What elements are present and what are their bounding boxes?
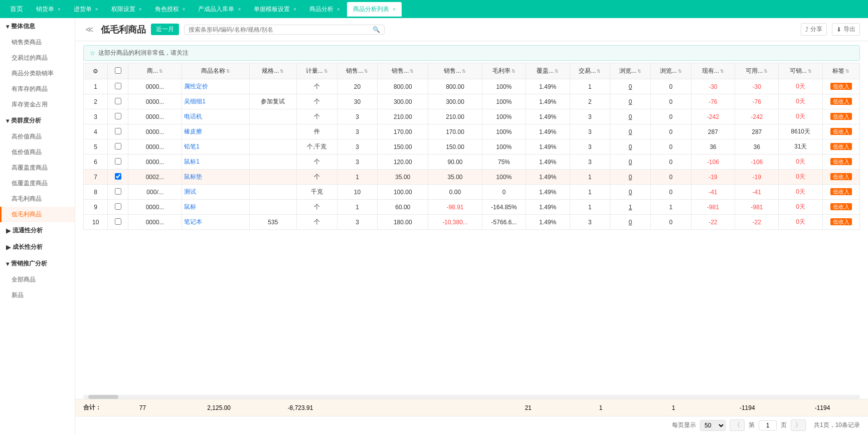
views1-link-7[interactable]: 0 [629,189,632,196]
col-sellable[interactable]: 可销...⇅ [779,63,822,79]
date-filter-button[interactable]: 近一月 [151,24,179,35]
nav-purchase-order[interactable]: 进货单 × [68,2,104,17]
sidebar-item-category-rate[interactable]: 商品分类助销率 [0,66,75,81]
nav-product-analysis-list[interactable]: 商品分析列表 × [347,2,402,17]
row-check-6[interactable] [115,173,121,180]
row-checkbox-7[interactable] [108,185,128,200]
nav-product-entry[interactable]: 产成品入库单 × [192,2,247,17]
row-views1-4[interactable]: 0 [610,139,651,155]
horizontal-scrollbar[interactable] [83,395,860,399]
nav-product-analysis[interactable]: 商品分析 × [303,2,346,17]
nav-close-template-settings[interactable]: × [293,7,296,12]
sidebar-group-flow[interactable]: ▶ 流通性分析 [0,222,75,239]
nav-close-product-entry[interactable]: × [238,7,241,12]
sidebar-item-low-margin[interactable]: 低毛利商品 [0,207,75,222]
export-button[interactable]: ⬇ 导出 [832,23,860,36]
select-all-checkbox[interactable] [115,67,121,74]
row-check-5[interactable] [115,158,121,165]
nav-home[interactable]: 首页 [4,2,29,17]
col-spec[interactable]: 规格...⇅ [249,63,296,79]
nav-template-settings[interactable]: 单据模板设置 × [248,2,302,17]
nav-close-product-analysis[interactable]: × [337,7,340,12]
sidebar-item-capital[interactable]: 库存资金占用 [0,97,75,112]
col-code[interactable]: 商...⇅ [128,63,182,79]
col-coverage[interactable]: 覆盖...⇅ [526,63,570,79]
row-name-5[interactable]: 鼠标1 [182,155,249,170]
row-check-8[interactable] [115,203,121,210]
row-views1-8[interactable]: 1 [610,200,651,215]
row-views1-2[interactable]: 0 [610,109,651,124]
page-number-input[interactable] [759,420,777,430]
row-check-9[interactable] [115,218,121,225]
views1-link-3[interactable]: 0 [629,128,632,135]
row-name-4[interactable]: 铅笔1 [182,139,249,155]
col-views1[interactable]: 浏览...⇅ [610,63,651,79]
row-check-0[interactable] [115,83,121,89]
sidebar-group-marketing[interactable]: ▾ 营销推广分析 [0,255,75,272]
col-available[interactable]: 可用...⇅ [735,63,779,79]
views1-link-5[interactable]: 0 [629,159,632,166]
sidebar-item-all-goods[interactable]: 全部商品 [0,272,75,287]
nav-close-product-analysis-list[interactable]: × [393,7,396,12]
page-size-select[interactable]: 50 100 200 [700,420,726,431]
views1-link-1[interactable]: 0 [629,98,632,105]
search-input[interactable] [189,26,373,33]
row-checkbox-8[interactable] [108,200,128,215]
col-sales-profit[interactable]: 销售...⇅ [428,63,482,79]
row-name-1[interactable]: 吴细细1 [182,94,249,109]
sidebar-item-low-value[interactable]: 低价值商品 [0,144,75,160]
row-check-3[interactable] [115,128,121,134]
row-checkbox-4[interactable] [108,139,128,155]
row-views1-7[interactable]: 0 [610,185,651,200]
row-checkbox-9[interactable] [108,215,128,230]
prev-page-button[interactable]: 〈 [730,419,745,431]
nav-permissions[interactable]: 权限设置 × [105,2,148,17]
row-views1-0[interactable]: 0 [610,79,651,94]
sidebar-item-high-value[interactable]: 高价值商品 [0,129,75,144]
col-name[interactable]: 商品名称⇅ [182,63,249,79]
views1-link-2[interactable]: 0 [629,113,632,120]
views1-link-8[interactable]: 1 [629,204,632,211]
nav-close-role-auth[interactable]: × [183,7,186,12]
col-checkbox[interactable] [108,63,128,79]
row-checkbox-0[interactable] [108,79,128,94]
row-views1-9[interactable]: 0 [610,215,651,230]
row-name-7[interactable]: 测试 [182,185,249,200]
next-page-button[interactable]: 〉 [791,419,806,431]
sidebar-item-in-stock[interactable]: 有库存的商品 [0,81,75,97]
scrollbar-thumb[interactable] [88,395,118,399]
row-checkbox-1[interactable] [108,94,128,109]
row-name-6[interactable]: 鼠标垫 [182,170,249,185]
col-unit[interactable]: 计量...⇅ [296,63,337,79]
row-check-7[interactable] [115,188,121,195]
col-views2[interactable]: 浏览...⇅ [650,63,691,79]
row-name-2[interactable]: 电话机 [182,109,249,124]
row-views1-5[interactable]: 0 [610,155,651,170]
row-views1-3[interactable]: 0 [610,124,651,139]
nav-close-sales-order[interactable]: × [58,7,61,12]
views1-link-9[interactable]: 0 [629,219,632,226]
search-icon[interactable]: 🔍 [373,26,380,33]
data-table-container[interactable]: ⚙ 商...⇅ 商品名称⇅ 规格...⇅ 计量...⇅ [75,63,868,395]
col-sales-price[interactable]: 销售...⇅ [378,63,428,79]
share-button[interactable]: ⤴ 分享 [801,23,827,36]
col-sales-qty[interactable]: 销售...⇅ [337,63,378,79]
nav-sales-order[interactable]: 销货单 × [30,2,67,17]
col-settings[interactable]: ⚙ [84,63,108,79]
sidebar-group-cluster[interactable]: ▾ 类群度分析 [0,112,75,129]
row-check-1[interactable] [115,98,121,104]
sidebar-item-low-coverage[interactable]: 低覆盖度商品 [0,176,75,191]
nav-close-purchase-order[interactable]: × [95,7,98,12]
sidebar-item-new-goods[interactable]: 新品 [0,287,75,303]
col-current-stock[interactable]: 现有...⇅ [691,63,735,79]
views1-link-6[interactable]: 0 [629,174,632,181]
row-checkbox-6[interactable] [108,170,128,185]
row-checkbox-2[interactable] [108,109,128,124]
row-checkbox-3[interactable] [108,124,128,139]
col-transactions[interactable]: 交易...⇅ [570,63,610,79]
nav-close-permissions[interactable]: × [139,7,142,12]
col-tag[interactable]: 标签⇅ [822,63,859,79]
row-check-4[interactable] [115,143,121,150]
sidebar-item-traded-goods[interactable]: 交易过的商品 [0,50,75,66]
row-name-0[interactable]: 属性定价 [182,79,249,94]
